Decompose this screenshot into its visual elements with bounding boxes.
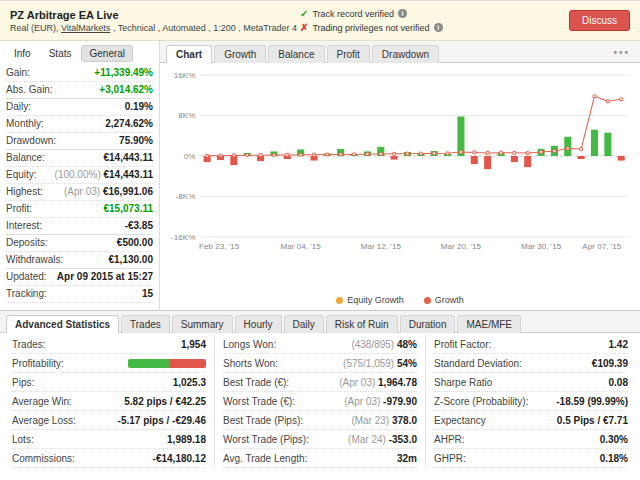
tab-stats[interactable]: Stats	[41, 45, 80, 62]
row-average-win: Average Win: 5.82 pips / €42.25	[12, 392, 206, 411]
stat-value: -€14,180.12	[153, 453, 206, 464]
legend-growth[interactable]: Growth	[424, 295, 464, 305]
stat-row-deposits: Deposits: €500.00	[6, 235, 153, 252]
tab-trades[interactable]: Trades	[121, 315, 170, 333]
svg-text:Mar 30, '15: Mar 30, '15	[521, 242, 562, 251]
row-standard-deviation: Standard Deviation: €109.39	[434, 354, 628, 373]
info-panel: Info Stats General Gain: +11,339.49% Abs…	[0, 41, 160, 310]
stat-label: Avg. Trade Length:	[223, 453, 307, 464]
tab-duration[interactable]: Duration	[400, 315, 456, 333]
tab-profit[interactable]: Profit	[327, 45, 370, 63]
growth-chart: 16K%8K%0%-8K%-16K%Feb 23, '15Mar 04, '15…	[164, 67, 636, 253]
stat-value: €15,073.11	[104, 203, 154, 215]
tab-growth[interactable]: Growth	[214, 45, 266, 63]
info-icon[interactable]: i	[434, 23, 443, 32]
chart-panel: Chart Growth Balance Profit Drawdown •••…	[160, 41, 640, 310]
row-profit-factor: Profit Factor: 1.42	[434, 335, 628, 354]
stat-value: (Apr 03) 1,964.78	[339, 377, 417, 388]
tab-summary[interactable]: Summary	[172, 315, 233, 333]
privileges-not-verified-label: Trading privileges not verified	[312, 23, 429, 33]
row-best-trade-pips: Best Trade (Pips): (Mar 23) 378.0	[223, 411, 417, 430]
stat-value: €1,130.00	[109, 254, 154, 266]
stat-label: Commissions:	[12, 453, 75, 464]
tab-hourly[interactable]: Hourly	[235, 315, 282, 333]
tab-balance[interactable]: Balance	[268, 45, 324, 63]
stat-value: 1.42	[609, 339, 628, 350]
tab-chart[interactable]: Chart	[166, 45, 212, 63]
stat-value: €500.00	[117, 237, 153, 249]
row-lots: Lots: 1,989.18	[12, 430, 206, 449]
verification-block: ✓ Track record verified i ✗ Trading priv…	[300, 8, 443, 33]
svg-text:Mar 04, '15: Mar 04, '15	[281, 242, 322, 251]
row-trades: Trades: 1,954	[12, 335, 206, 354]
row-pips: Pips: 1,025.3	[12, 373, 206, 392]
broker-link[interactable]: VitalMarkets	[61, 23, 110, 33]
stat-prefix: (438/895)	[351, 339, 394, 350]
row-longs-won: Longs Won: (438/895) 48%	[223, 335, 417, 354]
page-title: PZ Arbitrage EA Live	[10, 9, 300, 21]
stat-label: Monthly:	[6, 118, 44, 130]
stat-label: Best Trade (€):	[223, 377, 289, 388]
statistics-panel: Advanced Statistics Trades Summary Hourl…	[0, 311, 640, 480]
info-icon[interactable]: i	[398, 9, 407, 18]
check-icon: ✓	[300, 8, 308, 19]
svg-text:Apr 07, '15: Apr 07, '15	[582, 242, 621, 251]
svg-text:16K%: 16K%	[174, 71, 196, 80]
row-avg-trade-length: Avg. Trade Length: 32m	[223, 449, 417, 468]
row-worst-trade-eur: Worst Trade (€): (Apr 03) -979.90	[223, 392, 417, 411]
stat-prefix: (Apr 03)	[344, 396, 380, 407]
stat-label: Expectancy	[434, 415, 486, 426]
discuss-button[interactable]: Discuss	[569, 10, 630, 31]
row-sharpe-ratio: Sharpe Ratio 0.08	[434, 373, 628, 392]
stat-row-monthly: Monthly: 2,274.62%	[6, 116, 153, 133]
stat-label: Updated:	[6, 271, 47, 283]
stat-label: Interest:	[6, 220, 42, 232]
chart-menu-icon[interactable]: •••	[609, 47, 634, 62]
tab-info[interactable]: Info	[6, 45, 39, 62]
stat-value: €14,443.11	[104, 152, 154, 164]
statistics-tab-bar: Advanced Statistics Trades Summary Hourl…	[0, 311, 640, 333]
stat-label: Profit:	[6, 203, 32, 215]
stats-column-2: Longs Won: (438/895) 48% Shorts Won: (57…	[214, 335, 425, 468]
stat-label: Worst Trade (Pips):	[223, 434, 309, 445]
stat-value: 32m	[397, 453, 417, 464]
tab-advanced-statistics[interactable]: Advanced Statistics	[6, 315, 119, 333]
profitability-bar	[128, 359, 206, 368]
stat-label: Daily:	[6, 101, 31, 113]
stat-value: 0.18%	[600, 453, 628, 464]
statistics-columns: Trades: 1,954 Profitability: Pips: 1,025…	[0, 333, 640, 470]
legend-equity-growth[interactable]: Equity Growth	[336, 295, 404, 305]
account-subtitle: Real (EUR), VitalMarkets , Technical , A…	[10, 23, 300, 33]
stat-value: 75.90%	[119, 135, 153, 147]
track-record-verified-row: ✓ Track record verified i	[300, 8, 443, 19]
stat-value: (100.00%) €14,443.11	[55, 169, 153, 181]
stat-value: -€3.85	[125, 220, 153, 232]
stat-prefix: (Apr 03)	[64, 186, 100, 197]
row-commissions: Commissions: -€14,180.12	[12, 449, 206, 468]
stat-label: Profitability:	[12, 358, 64, 369]
stat-value: (Apr 03) -979.90	[344, 396, 417, 407]
stat-label: Drawdown:	[6, 135, 56, 147]
svg-text:Mar 20, '15: Mar 20, '15	[441, 242, 482, 251]
stat-label: Average Loss:	[12, 415, 76, 426]
svg-text:8K%: 8K%	[178, 112, 195, 121]
stat-value: (438/895) 48%	[351, 339, 417, 350]
stat-label: AHPR:	[434, 434, 465, 445]
stat-label: Abs. Gain:	[6, 84, 53, 96]
stat-label: Balance:	[6, 152, 45, 164]
tab-drawdown[interactable]: Drawdown	[372, 45, 439, 63]
tab-general[interactable]: General	[81, 45, 133, 62]
stat-prefix: (Mar 24)	[348, 434, 386, 445]
stat-row-interest: Interest: -€3.85	[6, 218, 153, 235]
row-best-trade-eur: Best Trade (€): (Apr 03) 1,964.78	[223, 373, 417, 392]
stat-label: Best Trade (Pips):	[223, 415, 303, 426]
tab-risk-of-ruin[interactable]: Risk of Ruin	[326, 315, 398, 333]
tab-daily[interactable]: Daily	[284, 315, 324, 333]
tab-mae-mfe[interactable]: MAE/MFE	[457, 315, 521, 333]
stat-value: 0.30%	[600, 434, 628, 445]
stat-value: (Mar 23) 378.0	[351, 415, 417, 426]
cross-icon: ✗	[300, 22, 308, 33]
stat-row-daily: Daily: 0.19%	[6, 99, 153, 116]
stat-prefix: (Apr 03)	[339, 377, 375, 388]
stat-value: 0.08	[609, 377, 628, 388]
